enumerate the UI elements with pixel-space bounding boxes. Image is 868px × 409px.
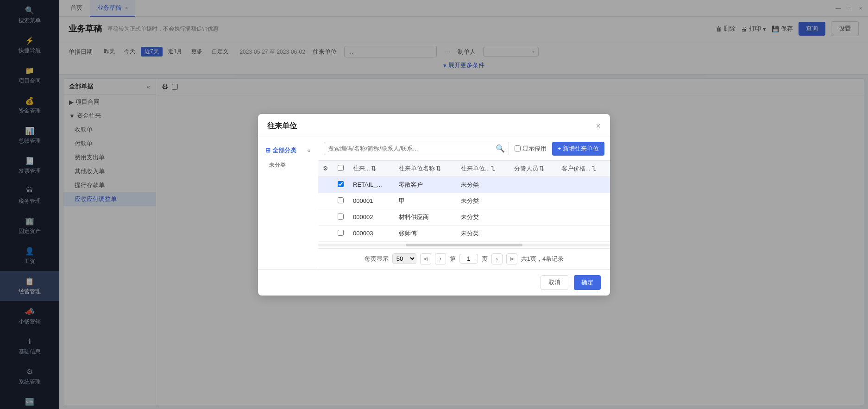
search-input-wrap: 🔍 (324, 142, 509, 155)
row-manager (509, 225, 557, 241)
add-partner-button[interactable]: + 新增往来单位 (552, 142, 604, 156)
table-row[interactable]: RETAIL_... 零散客户 未分类 (318, 176, 610, 193)
th-category[interactable]: 往来单位...⇅ (456, 161, 509, 177)
th-name[interactable]: 往来单位名称⇅ (394, 161, 456, 177)
th-settings-icon[interactable]: ⚙ (323, 165, 328, 172)
row-name: 零散客户 (394, 176, 456, 193)
partner-search-input[interactable] (328, 145, 494, 152)
row-name: 材料供应商 (394, 209, 456, 225)
row-price (557, 225, 610, 241)
row-manager (509, 193, 557, 209)
page-number-input[interactable] (459, 254, 478, 264)
row-checkbox[interactable] (338, 214, 344, 220)
sort-icon: ⇅ (371, 165, 376, 172)
row-checkbox[interactable] (338, 197, 344, 203)
row-settings (318, 176, 333, 193)
row-name: 甲 (394, 193, 456, 209)
dialog-content: 🔍 显示停用 + 新增往来单位 ⚙ (318, 137, 610, 269)
th-code[interactable]: 往来...⇅ (348, 161, 394, 177)
dialog-close-button[interactable]: × (596, 121, 601, 131)
row-category: 未分类 (456, 225, 509, 241)
partner-dialog: 往来单位 × ⊞ 全部分类 « 未分类 (258, 114, 610, 296)
per-page-select[interactable]: 50 100 (392, 253, 416, 264)
row-code: RETAIL_... (348, 176, 394, 193)
dialog-title: 往来单位 (267, 121, 297, 131)
sort-icon: ⇅ (436, 165, 441, 172)
row-category: 未分类 (456, 176, 509, 193)
row-code: 000002 (348, 209, 394, 225)
dialog-nav-all[interactable]: ⊞ 全部分类 « (258, 143, 318, 158)
grid-icon: ⊞ (265, 147, 270, 154)
row-price (557, 209, 610, 225)
dialog-pagination: 每页显示 50 100 ⊲ ‹ 第 页 › ⊳ 共1页，4条记录 (318, 248, 610, 269)
row-name: 张师傅 (394, 225, 456, 241)
row-settings (318, 225, 333, 241)
search-icon: 🔍 (496, 144, 505, 153)
dialog-table: ⚙ 往来...⇅ 往来单位名称⇅ 往来单位...⇅ 分管人员⇅ 客户价格...⇅ (318, 161, 610, 248)
row-settings (318, 193, 333, 209)
dialog-search-bar: 🔍 显示停用 + 新增往来单位 (318, 137, 610, 161)
row-category: 未分类 (456, 193, 509, 209)
partner-table: ⚙ 往来...⇅ 往来单位名称⇅ 往来单位...⇅ 分管人员⇅ 客户价格...⇅ (318, 161, 610, 242)
confirm-button[interactable]: 确定 (574, 275, 601, 290)
row-manager (509, 176, 557, 193)
next-page-button[interactable]: › (491, 253, 503, 264)
table-row[interactable]: 000001 甲 未分类 (318, 193, 610, 209)
dialog-nav-unclassified[interactable]: 未分类 (258, 158, 318, 172)
row-settings (318, 209, 333, 225)
row-checkbox[interactable] (338, 181, 344, 187)
dialog-footer: 取消 确定 (258, 269, 610, 296)
dialog-overlay[interactable]: 往来单位 × ⊞ 全部分类 « 未分类 (0, 0, 868, 409)
show-disabled-checkbox[interactable] (515, 145, 521, 151)
th-price[interactable]: 客户价格...⇅ (557, 161, 610, 177)
row-price (557, 176, 610, 193)
prev-page-button[interactable]: ‹ (435, 253, 446, 264)
row-category: 未分类 (456, 209, 509, 225)
scrollbar-thumb[interactable] (406, 244, 522, 246)
row-code: 000003 (348, 225, 394, 241)
row-checkbox[interactable] (338, 230, 344, 236)
th-manager[interactable]: 分管人员⇅ (509, 161, 557, 177)
total-records: 共1页，4条记录 (521, 255, 564, 263)
row-price (557, 193, 610, 209)
row-manager (509, 209, 557, 225)
show-disabled-label[interactable]: 显示停用 (515, 145, 547, 153)
table-row[interactable]: 000003 张师傅 未分类 (318, 225, 610, 241)
dialog-nav: ⊞ 全部分类 « 未分类 (258, 137, 318, 269)
row-code: 000001 (348, 193, 394, 209)
horizontal-scrollbar[interactable] (318, 244, 610, 246)
sort-icon: ⇅ (539, 165, 544, 172)
dialog-body: ⊞ 全部分类 « 未分类 🔍 显示停用 (258, 137, 610, 269)
last-page-button[interactable]: ⊳ (506, 253, 517, 264)
table-select-all[interactable] (338, 165, 344, 171)
sort-icon: ⇅ (591, 165, 597, 172)
nav-collapse-icon[interactable]: « (307, 147, 310, 154)
cancel-button[interactable]: 取消 (541, 275, 568, 290)
table-row[interactable]: 000002 材料供应商 未分类 (318, 209, 610, 225)
sort-icon: ⇅ (491, 165, 496, 172)
first-page-button[interactable]: ⊲ (420, 253, 431, 264)
dialog-header: 往来单位 × (258, 114, 610, 137)
